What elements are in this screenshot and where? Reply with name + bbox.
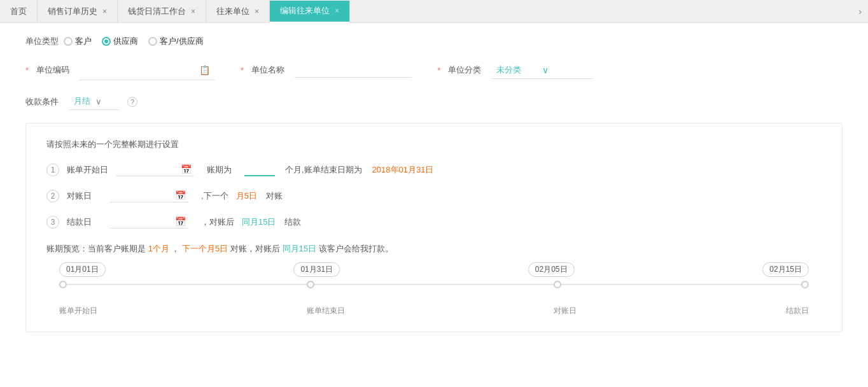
payment-terms-value: 月结 xyxy=(74,95,93,107)
tl-desc-1: 账单结束日 xyxy=(307,306,345,316)
payment-same-month: 同月15日 xyxy=(242,216,276,228)
preview-end: 该客户会给我打款。 xyxy=(319,244,393,253)
payment-terms-label: 收款条件 xyxy=(25,96,59,108)
tab-home[interactable]: 首页 xyxy=(0,0,38,22)
unit-code-star: * xyxy=(25,66,29,75)
recon-prefix: ,下一个 xyxy=(201,190,228,202)
tab-edit-partner-label: 编辑往来单位 xyxy=(280,5,330,17)
payment-calendar-icon[interactable]: 📅 xyxy=(175,216,186,227)
unit-type-radio-group: 客户 供应商 客户/供应商 xyxy=(64,36,204,47)
period-value-input[interactable]: 1 xyxy=(247,164,272,174)
recon-month-5: 月5日 xyxy=(236,190,257,202)
tab-partner[interactable]: 往来单位 × xyxy=(206,0,270,22)
close-cash-work[interactable]: × xyxy=(191,7,195,16)
reconciliation-row: 2 对账日 2018-02-05 📅 ,下一个 月5日 对账 xyxy=(46,189,822,202)
radio-both-label: 客户/供应商 xyxy=(160,36,204,47)
payment-date-label: 结款日 xyxy=(67,216,102,228)
payment-terms-row: 收款条件 月结 ∨ ? xyxy=(25,93,843,110)
radio-both-circle xyxy=(148,37,157,46)
payment-end: 结款 xyxy=(284,216,301,228)
tab-home-label: 首页 xyxy=(10,6,27,17)
unit-category-select[interactable]: 未分类 ∨ xyxy=(491,62,593,79)
tl-label-2: 02月05日 xyxy=(528,262,575,277)
tl-dot-3 xyxy=(801,281,809,288)
tab-cash-work[interactable]: 钱货日清工作台 × xyxy=(118,0,206,22)
radio-both[interactable]: 客户/供应商 xyxy=(148,36,204,47)
reconciliation-date-wrap: 2018-02-05 📅 xyxy=(110,189,188,202)
account-start-label: 账单开始日 xyxy=(67,164,108,176)
tl-dot-0 xyxy=(59,281,67,288)
reconciliation-label: 对账日 xyxy=(67,190,102,202)
recon-suffix: 对账 xyxy=(266,190,283,202)
preview-label: 账期预览：当前客户账期是 xyxy=(46,244,146,253)
tl-point-2 xyxy=(554,281,561,288)
unit-code-group: * 单位编码 000001 📋 xyxy=(25,60,215,80)
unit-name-group: * 单位名称 河南供应商22 xyxy=(241,62,412,78)
tl-point-0 xyxy=(59,281,67,288)
account-start-date-wrap: 2018-01-01 📅 xyxy=(116,163,194,176)
preview-sep2: 对账，对账后 xyxy=(230,244,283,253)
row-num-1: 1 xyxy=(46,164,59,176)
radio-supplier-label: 供应商 xyxy=(113,36,138,47)
preview-part1: 1个月 xyxy=(148,244,169,253)
tl-point-3 xyxy=(801,281,809,288)
unit-code-calendar-icon[interactable]: 📋 xyxy=(199,65,210,75)
tl-label-0: 01月01日 xyxy=(59,262,106,277)
close-edit-partner[interactable]: × xyxy=(335,6,339,15)
radio-customer-label: 客户 xyxy=(75,36,92,47)
tl-desc-2: 对账日 xyxy=(554,306,577,316)
radio-supplier[interactable]: 供应商 xyxy=(102,36,138,47)
tl-dot-1 xyxy=(307,281,314,288)
unit-category-dropdown-icon: ∨ xyxy=(542,65,588,75)
preview-part3: 同月15日 xyxy=(283,244,316,253)
row-num-2: 2 xyxy=(46,190,59,202)
unit-code-label: 单位编码 xyxy=(36,64,69,76)
period-unit-text: 个月,账单结束日期为 xyxy=(285,164,362,176)
payment-date-row: 3 结款日 2018-02-15 📅 ，对账后 同月15日 结款 xyxy=(46,215,822,229)
tab-sales-history-label: 销售订单历史 xyxy=(48,6,97,17)
preview-sep1: ， xyxy=(171,244,179,253)
tab-cash-work-label: 钱货日清工作台 xyxy=(128,6,186,17)
reconciliation-calendar-icon[interactable]: 📅 xyxy=(175,190,186,201)
unit-category-star: * xyxy=(437,66,440,75)
unit-name-star: * xyxy=(241,66,244,75)
help-icon[interactable]: ? xyxy=(127,97,137,107)
close-sales-history[interactable]: × xyxy=(102,7,107,16)
period-end-date: 2018年01月31日 xyxy=(372,164,434,176)
tab-sales-history[interactable]: 销售订单历史 × xyxy=(38,0,118,22)
tab-edit-partner[interactable]: 编辑往来单位 × xyxy=(270,1,350,23)
unit-name-label: 单位名称 xyxy=(251,64,284,76)
reconciliation-date-input[interactable]: 2018-02-05 xyxy=(113,191,170,201)
payment-suffix-text: ，对账后 xyxy=(201,216,234,228)
unit-category-label: 单位分类 xyxy=(448,64,481,76)
main-content: 单位类型 客户 供应商 客户/供应商 * 单位编码 000001 📋 xyxy=(0,23,868,387)
payment-terms-select[interactable]: 月结 ∨ xyxy=(69,93,120,110)
unit-type-row: 单位类型 客户 供应商 客户/供应商 xyxy=(25,36,843,47)
close-partner[interactable]: × xyxy=(255,7,259,16)
radio-customer[interactable]: 客户 xyxy=(64,36,92,47)
preview-section: 账期预览：当前客户账期是 1个月 ， 下一个月5日 对账，对账后 同月15日 该… xyxy=(46,241,822,256)
unit-category-group: * 单位分类 未分类 ∨ xyxy=(437,62,593,79)
unit-code-input-wrap: 000001 📋 xyxy=(80,60,215,80)
radio-customer-circle xyxy=(64,37,73,46)
payment-date-input[interactable]: 2018-02-15 xyxy=(113,217,170,227)
unit-type-label: 单位类型 xyxy=(25,36,59,47)
payment-terms-arrow-icon: ∨ xyxy=(95,97,115,106)
unit-code-input[interactable]: 000001 xyxy=(80,62,197,77)
tab-more-arrow[interactable]: › xyxy=(852,6,868,17)
timeline-track: 01月01日 01月31日 02月05日 02月15日 xyxy=(59,269,809,300)
timeline-points xyxy=(59,281,809,288)
tl-desc-0: 账单开始日 xyxy=(59,306,97,316)
period-for-label: 账期为 xyxy=(207,164,232,176)
tab-partner-label: 往来单位 xyxy=(216,6,249,17)
row-num-3: 3 xyxy=(46,216,59,229)
unit-name-input[interactable]: 河南供应商22 xyxy=(295,62,412,78)
account-start-calendar-icon[interactable]: 📅 xyxy=(181,164,192,174)
payment-terms-select-group: 月结 ∨ ? xyxy=(69,93,137,110)
info-card: 请按照未来的一个完整帐期进行设置 1 账单开始日 2018-01-01 📅 账期… xyxy=(25,123,843,332)
info-card-title: 请按照未来的一个完整帐期进行设置 xyxy=(46,139,822,150)
unit-details-row: * 单位编码 000001 📋 * 单位名称 河南供应商22 * 单位分类 未分… xyxy=(25,60,843,80)
timeline-container: 01月01日 01月31日 02月05日 02月15日 账单开始日 账单结束日 xyxy=(46,269,822,316)
account-start-date-input[interactable]: 2018-01-01 xyxy=(118,165,176,174)
tl-desc-3: 结款日 xyxy=(786,306,809,316)
